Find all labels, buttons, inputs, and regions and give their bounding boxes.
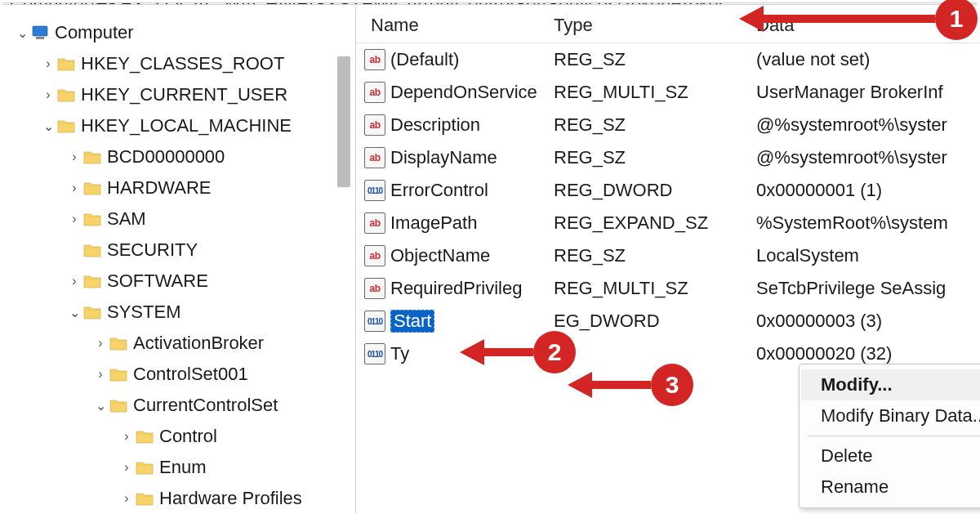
tree-item-label: BCD00000000 — [107, 146, 225, 168]
tree-item[interactable]: ⌄HKEY_LOCAL_MACHINE — [0, 110, 355, 141]
value-type: REG_SZ — [554, 49, 756, 70]
tree-item-label: SYSTEM — [107, 302, 180, 323]
value-data: 0x00000001 (1) — [756, 180, 980, 201]
folder-icon — [83, 150, 101, 164]
tree-item[interactable]: ›BCD00000000 — [0, 141, 355, 172]
folder-icon — [83, 305, 101, 320]
value-data: UserManager BrokerInf — [756, 82, 980, 103]
chevron-down-icon[interactable]: ⌄ — [93, 398, 108, 413]
folder-icon — [109, 398, 127, 413]
tree-item[interactable]: ›ActivationBroker — [0, 328, 355, 359]
tree-item[interactable]: ›HARDWARE — [0, 172, 355, 203]
folder-icon — [57, 87, 75, 102]
tree-item-label: HARDWARE — [107, 177, 212, 199]
chevron-right-icon[interactable]: › — [67, 150, 82, 164]
value-data: @%systemroot%\syster — [756, 114, 980, 136]
chevron-right-icon[interactable]: › — [119, 429, 134, 444]
value-row[interactable]: abRequiredPrivilegREG_MULTI_SZSeTcbPrivi… — [356, 272, 980, 305]
chevron-right-icon[interactable]: › — [93, 367, 108, 382]
tree-item-label: HKEY_CURRENT_USER — [81, 84, 287, 105]
value-row[interactable]: 0110ErrorControlREG_DWORD0x00000001 (1) — [356, 174, 980, 207]
chevron-right-icon[interactable]: › — [119, 460, 134, 475]
folder-icon — [136, 460, 154, 475]
chevron-right-icon[interactable]: › — [41, 56, 56, 71]
dword-value-icon: 0110 — [364, 311, 385, 332]
tree-item[interactable]: ⌄Computer — [0, 17, 355, 48]
value-row[interactable]: ab(Default)REG_SZ(value not set) — [356, 43, 980, 76]
value-row[interactable]: abImagePathREG_EXPAND_SZ%SystemRoot%\sys… — [356, 207, 980, 239]
string-value-icon: ab — [364, 212, 385, 234]
context-menu-modify[interactable]: Modify... — [801, 369, 980, 400]
value-data: @%systemroot%\syster — [756, 147, 980, 168]
value-row[interactable]: 0110StartEG_DWORD0x00000003 (3) — [356, 305, 980, 337]
computer-icon — [31, 25, 49, 40]
folder-icon — [83, 274, 101, 288]
annotation-2: 2 — [460, 331, 576, 373]
registry-tree[interactable]: ⌄Computer›HKEY_CLASSES_ROOT›HKEY_CURRENT… — [0, 7, 356, 514]
value-row[interactable]: abDescriptionREG_SZ@%systemroot%\syster — [356, 109, 980, 141]
column-header-name[interactable]: Name — [356, 15, 554, 36]
tree-scrollbar-thumb[interactable] — [337, 56, 350, 187]
tree-item-label: Hardware Profiles — [159, 488, 302, 509]
value-data: SeTcbPrivilege SeAssig — [756, 278, 980, 299]
annotation-1: 1 — [739, 0, 978, 40]
string-value-icon: ab — [364, 49, 385, 70]
value-data: (value not set) — [756, 49, 980, 70]
value-name: DependOnService — [390, 82, 537, 103]
value-row[interactable]: abObjectNameREG_SZLocalSystem — [356, 239, 980, 272]
value-type: REG_SZ — [554, 114, 756, 136]
string-value-icon: ab — [364, 147, 385, 168]
context-menu-modify-binary[interactable]: Modify Binary Data... — [801, 400, 980, 431]
tree-item[interactable]: ›ControlSet001 — [0, 359, 355, 390]
column-header-type[interactable]: Type — [554, 15, 756, 36]
folder-icon — [83, 181, 101, 195]
value-type: REG_SZ — [554, 147, 756, 168]
annotation-3-bubble: 3 — [651, 364, 693, 406]
chevron-right-icon[interactable]: › — [41, 87, 56, 102]
tree-item[interactable]: ›HKEY_CURRENT_USER — [0, 79, 355, 110]
string-value-icon: ab — [364, 278, 385, 299]
value-row[interactable]: abDependOnServiceREG_MULTI_SZUserManager… — [356, 76, 980, 109]
chevron-down-icon[interactable]: ⌄ — [15, 25, 29, 41]
context-menu-separator — [808, 436, 980, 436]
chevron-right-icon[interactable]: › — [67, 212, 82, 226]
tree-item-label: SOFTWARE — [107, 270, 208, 292]
tree-item[interactable]: ›SOFTWARE — [0, 266, 355, 297]
values-list[interactable]: Name Type Data ab(Default)REG_SZ(value n… — [356, 7, 980, 514]
tree-item[interactable]: ⌄SYSTEM — [0, 297, 355, 328]
dword-value-icon: 0110 — [364, 343, 385, 364]
chevron-right-icon[interactable]: › — [119, 491, 134, 506]
tree-item-label: Computer — [55, 22, 134, 43]
context-menu-delete[interactable]: Delete — [801, 440, 980, 472]
value-row[interactable]: abDisplayNameREG_SZ@%systemroot%\syster — [356, 141, 980, 174]
chevron-down-icon[interactable]: ⌄ — [41, 118, 56, 134]
value-data: LocalSystem — [756, 245, 980, 266]
value-type: REG_DWORD — [554, 180, 756, 201]
tree-item[interactable]: SECURITY — [0, 235, 355, 266]
context-menu-rename[interactable]: Rename — [801, 472, 980, 503]
tree-item-label: ControlSet001 — [133, 364, 248, 385]
tree-item[interactable]: ›Enum — [0, 452, 355, 483]
chevron-right-icon[interactable]: › — [67, 181, 82, 195]
folder-icon — [136, 491, 154, 506]
chevron-down-icon[interactable]: ⌄ — [67, 305, 82, 320]
tree-item[interactable]: ›HKEY_CLASSES_ROOT — [0, 48, 355, 79]
chevron-right-icon[interactable]: › — [93, 336, 108, 351]
tree-item[interactable]: ⌄CurrentControlSet — [0, 390, 355, 421]
value-data: 0x00000003 (3) — [756, 311, 980, 332]
tree-item[interactable]: ›Control — [0, 421, 355, 452]
annotation-1-bubble: 1 — [935, 0, 978, 40]
tree-item-label: HKEY_LOCAL_MACHINE — [81, 115, 292, 136]
value-name: RequiredPrivileg — [390, 278, 522, 299]
tree-item[interactable]: ›Hardware Profiles — [0, 483, 355, 514]
context-menu: Modify... Modify Binary Data... Delete R… — [799, 364, 980, 508]
folder-icon — [109, 336, 127, 351]
chevron-right-icon[interactable]: › — [67, 274, 82, 288]
value-name: Ty — [390, 343, 409, 364]
value-name: Description — [390, 114, 480, 136]
folder-icon — [57, 56, 75, 71]
tree-item-label: SAM — [107, 208, 146, 230]
value-name: ErrorControl — [390, 180, 488, 201]
tree-item[interactable]: ›SAM — [0, 203, 355, 235]
tree-item-label: CurrentControlSet — [133, 395, 278, 416]
